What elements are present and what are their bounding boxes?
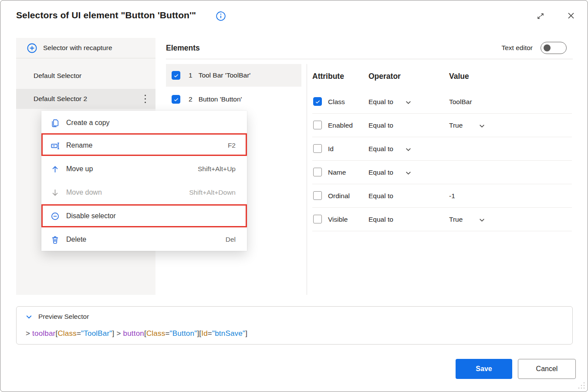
attribute-value: True [449,216,463,223]
menu-item-shortcut: F2 [228,142,236,149]
selector-token: button [123,329,144,338]
checkbox[interactable] [313,144,322,153]
text-editor-toggle[interactable] [541,42,567,54]
menu-item-shortcut: Shift+Alt+Up [198,165,236,173]
checkbox[interactable] [172,95,180,104]
rename-icon [50,141,60,150]
attribute-name: Name [328,169,346,176]
disable-icon [50,211,60,221]
attribute-row-ordinal: OrdinalEqual to-1 [312,184,572,208]
preview-selector-panel: Preview Selector > toolbar[Class="ToolBa… [16,306,573,345]
column-header-value: Value [449,72,469,81]
selector-token: "btnSave" [212,329,245,338]
menu-item-label: Rename [66,142,228,149]
sidebar-item-default-selector[interactable]: Default Selector [16,66,155,86]
chevron-down-icon[interactable] [479,123,485,131]
cancel-button[interactable]: Cancel [518,359,576,379]
arrow-up-icon [50,164,60,174]
attribute-row-visible: VisibleEqual toTrue [312,208,572,231]
menu-item-move-up[interactable]: Move upShift+Alt+Up [41,159,247,179]
resize-grip[interactable] [576,380,585,389]
checkbox[interactable] [313,168,322,176]
arrow-down-icon [50,188,60,197]
selector-token: > [26,329,32,338]
selectors-dialog: Selectors of UI element "Button 'Button'… [0,0,588,392]
menu-item-disable-selector[interactable]: Disable selector [41,206,247,226]
more-options-icon[interactable] [142,93,149,105]
element-index: 1 [189,71,193,79]
sidebar-item-label: Default Selector 2 [34,95,87,103]
operator-value: Equal to [368,169,393,176]
preview-selector-collapse[interactable]: Preview Selector [25,313,89,321]
chevron-down-icon [25,313,33,321]
menu-item-label: Create a copy [66,119,236,127]
checkbox[interactable] [172,71,180,80]
menu-item-label: Disable selector [66,212,236,220]
menu-item-shortcut: Shift+Alt+Down [189,189,236,196]
element-label: Tool Bar 'ToolBar' [199,71,251,79]
attribute-row-class: ClassEqual toToolBar [312,90,572,114]
copy-icon [50,118,60,128]
selector-token: ][ [197,329,201,338]
operator-value: Equal to [368,145,393,153]
attribute-value: ToolBar [449,98,472,106]
sidebar-item-label: Default Selector [34,72,81,80]
checkbox[interactable] [313,121,322,129]
menu-item-label: Delete [66,236,226,243]
header-divider [166,59,573,59]
selector-token: ] [112,329,117,338]
selector-token: Id [201,329,208,338]
menu-item-label: Move up [66,165,198,173]
selector-token: > [116,329,123,338]
text-editor-label: Text editor [501,44,533,52]
chevron-down-icon[interactable] [405,146,412,155]
element-list-item[interactable]: 2Button 'Button' [166,89,301,110]
attribute-row-name: NameEqual to [312,161,572,184]
selector-with-recapture-button[interactable]: Selector with recapture [16,38,155,58]
element-label: Button 'Button' [199,95,242,103]
menu-item-delete[interactable]: DeleteDel [41,229,247,250]
recapture-label: Selector with recapture [43,44,112,52]
selector-token: "ToolBar" [81,329,112,338]
element-list-item[interactable]: 1Tool Bar 'ToolBar' [166,64,301,87]
sidebar-item-default-selector-2[interactable]: Default Selector 2 [16,89,155,109]
operator-value: Equal to [368,192,393,200]
column-header-attribute: Attribute [312,72,344,81]
checkbox[interactable] [313,191,322,200]
checkbox[interactable] [313,97,322,106]
info-icon[interactable] [215,10,227,22]
elements-panel-title: Elements [166,44,200,53]
attribute-name: Class [328,98,345,106]
attribute-name: Ordinal [328,192,350,200]
attribute-value: -1 [449,192,455,200]
chevron-down-icon[interactable] [479,217,485,225]
attribute-name: Visible [328,216,348,223]
selector-token: "Button" [170,329,197,338]
chevron-down-icon[interactable] [405,170,412,178]
menu-item-shortcut: Del [226,236,236,243]
menu-item-create-a-copy[interactable]: Create a copy [41,112,247,133]
element-index: 2 [189,95,193,103]
close-icon[interactable] [565,10,577,22]
attribute-row-enabled: EnabledEqual toTrue [312,114,572,137]
selector-token: Class [57,329,77,338]
selector-token: Class [146,329,166,338]
attribute-row-id: IdEqual to [312,137,572,161]
attribute-name: Enabled [328,122,353,129]
toggle-knob [544,44,551,51]
attribute-name: Id [328,145,334,153]
menu-item-move-down: Move downShift+Alt+Down [41,182,247,203]
operator-value: Equal to [368,216,393,223]
preview-selector-label: Preview Selector [38,313,89,321]
menu-item-label: Move down [66,189,189,196]
menu-item-rename[interactable]: RenameF2 [41,135,247,156]
selector-context-menu: Create a copyRenameF2Move upShift+Alt+Up… [41,111,247,251]
selector-token: = [77,329,81,338]
expand-icon[interactable] [534,10,547,22]
panel-divider [307,64,307,295]
chevron-down-icon[interactable] [405,99,412,108]
operator-value: Equal to [368,122,393,129]
save-button[interactable]: Save [456,359,512,379]
checkbox[interactable] [313,215,322,223]
selector-token: = [165,329,169,338]
